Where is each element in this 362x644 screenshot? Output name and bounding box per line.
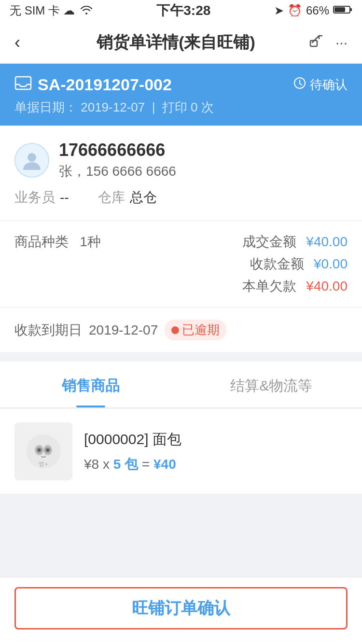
avatar <box>14 143 49 178</box>
duedate-card: 收款到期日 2019-12-07 已逾期 <box>0 308 362 352</box>
svg-point-13 <box>46 449 49 451</box>
svg-text:管+: 管+ <box>39 461 48 468</box>
order-status: 待确认 <box>293 76 348 93</box>
customer-meta: 业务员 -- 仓库 总仓 <box>14 188 348 207</box>
received-amount-value: ¥0.00 <box>314 256 348 272</box>
share-icon[interactable] <box>308 32 326 53</box>
warehouse-value: 总仓 <box>130 188 157 207</box>
nav-bar: ‹ 销货单详情(来自旺铺) ··· <box>0 21 362 64</box>
salesman-label: 业务员 <box>14 188 55 207</box>
salesman-field: 业务员 -- <box>14 188 69 207</box>
product-price: ¥8 x 5 包 = ¥40 <box>84 455 348 474</box>
spacer <box>0 494 362 561</box>
product-kind-value: 1种 <box>80 234 101 249</box>
more-icon[interactable]: ··· <box>335 34 348 51</box>
sim-status: 无 SIM 卡 ☁ <box>10 3 75 18</box>
order-header: SA-20191207-002 待确认 单据日期： 2019-12-07 | 打… <box>0 64 362 126</box>
duedate-label: 收款到期日 <box>14 321 82 339</box>
table-row: 管+ [0000002] 面包 ¥8 x 5 包 = ¥40 <box>0 409 362 494</box>
wifi-icon <box>80 4 93 17</box>
customer-card: 17666666666 张，156 6666 6666 业务员 -- 仓库 总仓 <box>0 126 362 220</box>
customer-phone: 17666666666 <box>59 140 176 160</box>
overdue-badge: 已逾期 <box>165 320 226 340</box>
owed-amount-row: 本单欠款 ¥40.00 <box>242 277 348 295</box>
page-title: 销货单详情(来自旺铺) <box>97 31 255 54</box>
owed-amount-label: 本单欠款 <box>242 277 296 295</box>
product-name: [0000002] 面包 <box>84 430 348 449</box>
product-kind: 商品种类 1种 <box>14 233 101 251</box>
svg-point-6 <box>28 153 36 162</box>
alarm-icon: ⏰ <box>288 4 302 17</box>
amounts-right: 成交金额 ¥40.00 收款金额 ¥0.00 本单欠款 ¥40.00 <box>242 233 348 295</box>
warehouse-label: 仓库 <box>98 188 125 207</box>
status-bar: 无 SIM 卡 ☁ 下午3:28 ➤ ⏰ 66% <box>0 0 362 21</box>
svg-rect-4 <box>15 77 31 89</box>
product-quantity: 5 包 <box>113 457 142 472</box>
status-left: 无 SIM 卡 ☁ <box>10 3 93 18</box>
deal-amount-row: 成交金额 ¥40.00 <box>242 233 348 251</box>
salesman-value: -- <box>60 190 69 205</box>
tab-sales-product[interactable]: 销售商品 <box>0 362 181 407</box>
bottom-bar: 旺铺订单确认 <box>0 577 362 644</box>
svg-point-12 <box>38 449 40 451</box>
back-button[interactable]: ‹ <box>14 32 43 53</box>
product-kind-label: 商品种类 <box>14 234 69 249</box>
product-total: ¥40 <box>153 457 176 472</box>
duedate-value: 2019-12-07 <box>89 322 158 338</box>
battery-level: 66% <box>306 4 329 17</box>
amounts-card: 商品种类 1种 成交金额 ¥40.00 收款金额 ¥0.00 本单欠款 ¥40.… <box>0 221 362 307</box>
overdue-text: 已逾期 <box>182 322 220 338</box>
inbox-icon <box>14 75 32 94</box>
deal-amount-value: ¥40.00 <box>306 234 348 250</box>
status-time: 下午3:28 <box>156 1 210 20</box>
customer-info: 17666666666 张，156 6666 6666 <box>59 140 176 181</box>
status-right: ➤ ⏰ 66% <box>274 4 352 17</box>
received-amount-row: 收款金额 ¥0.00 <box>250 255 348 273</box>
tab-settlement[interactable]: 结算&物流等 <box>181 362 362 407</box>
customer-name: 张，156 6666 6666 <box>59 162 176 181</box>
product-info: [0000002] 面包 ¥8 x 5 包 = ¥40 <box>84 430 348 474</box>
owed-amount-value: ¥40.00 <box>306 279 348 294</box>
overdue-dot-icon <box>171 326 179 334</box>
order-date: 单据日期： 2019-12-07 | 打印 0 次 <box>14 99 348 116</box>
nav-actions: ··· <box>308 32 348 53</box>
tabs-container: 销售商品 结算&物流等 <box>0 362 362 408</box>
clock-icon <box>293 77 306 93</box>
location-icon: ➤ <box>274 4 284 17</box>
product-list: 管+ [0000002] 面包 ¥8 x 5 包 = ¥40 <box>0 409 362 494</box>
confirm-order-button[interactable]: 旺铺订单确认 <box>14 587 348 630</box>
battery-icon <box>333 4 352 17</box>
svg-rect-2 <box>350 8 352 11</box>
received-amount-label: 收款金额 <box>250 255 304 273</box>
product-image: 管+ <box>14 422 72 480</box>
warehouse-field: 仓库 总仓 <box>98 188 157 207</box>
svg-rect-1 <box>334 7 345 12</box>
order-id: SA-20191207-002 <box>14 75 172 94</box>
deal-amount-label: 成交金额 <box>242 233 296 251</box>
